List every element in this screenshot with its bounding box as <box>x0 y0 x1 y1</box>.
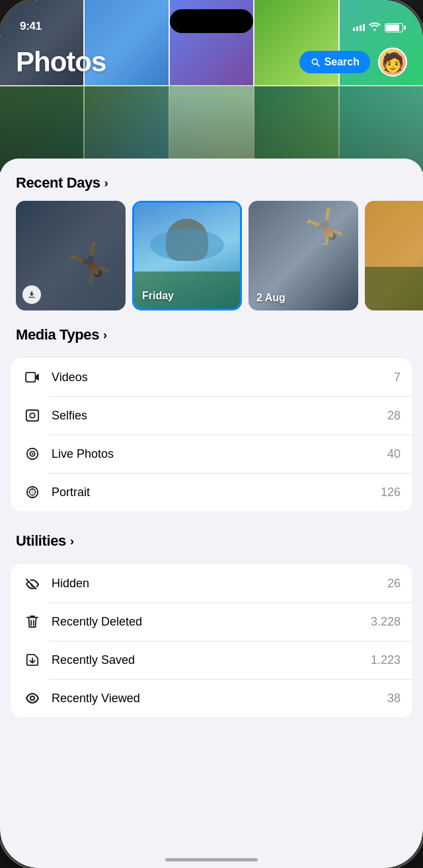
day-photo-3[interactable] <box>365 201 423 310</box>
portrait-label: Portrait <box>52 486 381 499</box>
header-right-controls: Search 🧑 <box>299 48 407 77</box>
media-type-selfies[interactable]: Selfies 28 <box>11 396 412 435</box>
live-photos-count: 40 <box>387 447 401 461</box>
portrait-count: 126 <box>381 486 401 499</box>
live-photos-icon <box>22 444 42 464</box>
search-button[interactable]: Search <box>299 51 370 73</box>
day-photo-1[interactable]: Friday <box>132 201 242 310</box>
utilities-list: Hidden 26 Recently Deleted 3.228 <box>11 564 412 717</box>
recently-saved-label: Recently Saved <box>52 653 371 667</box>
day-label-friday: Friday <box>142 290 174 302</box>
live-photos-label: Live Photos <box>52 447 387 461</box>
utilities-title: Utilities <box>16 532 66 550</box>
media-types-list: Videos 7 Selfies 28 <box>11 358 412 511</box>
media-type-live-photos[interactable]: Live Photos 40 <box>11 435 412 473</box>
utility-recently-viewed[interactable]: Recently Viewed 38 <box>11 679 412 717</box>
utilities-section: Utilities › Hidden <box>0 517 423 717</box>
dynamic-island <box>170 9 253 33</box>
utility-recently-deleted[interactable]: Recently Deleted 3.228 <box>11 602 412 641</box>
recently-deleted-count: 3.228 <box>371 615 401 629</box>
day-photo-2[interactable]: 🤸 2 Aug <box>249 201 358 310</box>
page-title: Photos <box>16 46 106 78</box>
videos-label: Videos <box>52 371 394 384</box>
utility-hidden[interactable]: Hidden 26 <box>11 564 412 602</box>
videos-count: 7 <box>394 371 401 384</box>
avatar[interactable]: 🧑 <box>378 48 407 77</box>
utilities-chevron: › <box>70 534 74 548</box>
video-icon <box>22 367 42 387</box>
day-label-aug: 2 Aug <box>256 292 286 304</box>
eye-icon <box>22 688 42 708</box>
portrait-icon <box>22 482 42 502</box>
signal-bars-icon <box>353 24 365 31</box>
media-type-videos[interactable]: Videos 7 <box>11 358 412 396</box>
media-types-chevron: › <box>103 328 107 342</box>
header-controls: Photos Search 🧑 <box>0 46 423 78</box>
status-icons <box>353 22 403 33</box>
day-photo-0[interactable]: 🤸 <box>16 201 126 310</box>
recently-viewed-count: 38 <box>387 692 401 705</box>
phone-screen: 9:41 <box>0 0 423 868</box>
recently-viewed-label: Recently Viewed <box>52 692 387 705</box>
scroll-content[interactable]: Recent Days › 🤸 <box>0 159 423 868</box>
save-icon <box>22 650 42 670</box>
wifi-icon <box>369 22 381 33</box>
svg-point-8 <box>30 696 34 700</box>
hidden-label: Hidden <box>52 577 387 591</box>
svg-rect-0 <box>26 373 35 382</box>
hidden-count: 26 <box>387 577 401 591</box>
media-type-portrait[interactable]: Portrait 126 <box>11 473 412 511</box>
status-time: 9:41 <box>20 20 42 33</box>
home-indicator <box>165 858 258 861</box>
hidden-icon <box>22 573 42 593</box>
svg-point-2 <box>30 413 34 417</box>
utility-recently-saved[interactable]: Recently Saved 1.223 <box>11 641 412 679</box>
svg-point-5 <box>32 453 34 455</box>
media-types-title: Media Types <box>16 326 99 344</box>
battery-icon <box>385 23 403 32</box>
recent-days-chevron: › <box>104 176 108 190</box>
selfies-label: Selfies <box>52 409 387 423</box>
recently-saved-count: 1.223 <box>371 653 401 667</box>
trash-icon <box>22 612 42 632</box>
media-types-section-header[interactable]: Media Types › <box>0 310 423 353</box>
search-icon <box>310 57 321 67</box>
selfie-icon <box>22 406 42 425</box>
svg-rect-1 <box>26 410 38 421</box>
recent-days-title: Recent Days <box>16 174 100 192</box>
utilities-section-header[interactable]: Utilities › <box>0 517 423 559</box>
recently-deleted-label: Recently Deleted <box>52 615 371 629</box>
download-badge-icon <box>22 285 41 304</box>
recent-days-section-header[interactable]: Recent Days › <box>0 159 423 201</box>
recent-days-scroll[interactable]: 🤸 <box>0 201 423 310</box>
phone-frame: 9:41 <box>0 0 423 868</box>
search-label: Search <box>325 56 360 68</box>
selfies-count: 28 <box>387 409 401 423</box>
